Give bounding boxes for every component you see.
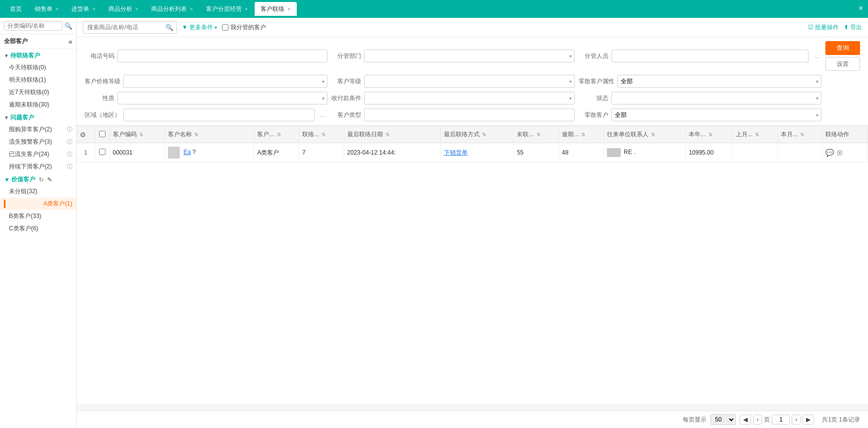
horizontal-scrollbar[interactable] xyxy=(77,405,868,411)
select-all-checkbox[interactable] xyxy=(99,131,106,137)
th-overdue-sort[interactable]: ⇅ xyxy=(581,132,585,137)
group-problem[interactable]: ▼ 问题客户 xyxy=(0,111,76,123)
batch-op-btn[interactable]: ☑ 批量操作 xyxy=(808,23,839,32)
th-name: 客户名称 ⇅ xyxy=(165,126,254,143)
sidebar-item-class-c[interactable]: C类客户(6) xyxy=(0,222,76,235)
export-btn[interactable]: ⬆ 导出 xyxy=(844,23,862,32)
th-this-month-sort[interactable]: ⇅ xyxy=(800,132,804,137)
filter-nature-select[interactable] xyxy=(117,92,327,105)
tab-sales-close[interactable]: × xyxy=(55,6,58,12)
sidebar-item-churn-warn[interactable]: 流失预警客户(3) ⓘ xyxy=(0,136,76,148)
filter-region-dots[interactable]: … xyxy=(318,111,327,118)
chat-icon[interactable]: 💬 xyxy=(825,149,834,157)
filter-status-select[interactable] xyxy=(611,92,821,105)
sidebar-collapse-icon[interactable]: « xyxy=(68,38,72,46)
row-checkbox[interactable] xyxy=(99,149,106,155)
sidebar-item-declining[interactable]: 持续下滑客户(2) ⓘ xyxy=(0,160,76,173)
tab-sales[interactable]: 销售单 × xyxy=(29,2,64,16)
filter-person-dots[interactable]: … xyxy=(812,53,821,59)
tab-customer-contact[interactable]: 客户联络 × xyxy=(255,2,296,16)
page-next-btn[interactable]: › xyxy=(792,415,801,425)
check-icon: ☑ xyxy=(808,24,814,31)
group-value-arrow[interactable]: ▼ xyxy=(4,176,10,183)
tab-home[interactable]: 首页 xyxy=(4,2,28,16)
th-uncontacted-sort[interactable]: ⇅ xyxy=(537,132,541,137)
filter-retail-select[interactable]: 全部 xyxy=(611,108,821,121)
th-this-year-sort[interactable]: ⇅ xyxy=(708,132,712,137)
th-last-method-sort[interactable]: ⇅ xyxy=(482,132,486,137)
tab-goods-list-close[interactable]: × xyxy=(190,6,193,12)
page-number-input[interactable] xyxy=(772,415,790,425)
td-name-text[interactable]: Ea xyxy=(183,149,191,156)
th-overdue: 逾期... ⇅ xyxy=(559,126,604,143)
filter-cust-level-wrap: ▾ xyxy=(364,75,574,88)
per-page-select[interactable]: 50 100 200 xyxy=(710,414,736,425)
filter-cust-type-input[interactable] xyxy=(364,108,574,121)
app-close-icon[interactable]: × xyxy=(859,4,863,13)
sidebar-item-7days[interactable]: 近7天待联络(0) xyxy=(0,86,76,99)
tab-goods-list[interactable]: 商品分析列表 × xyxy=(145,2,199,16)
info-icon-declining[interactable]: ⓘ xyxy=(67,163,72,170)
page-first-btn[interactable]: ◀ xyxy=(740,415,751,425)
info-icon-churn-warn[interactable]: ⓘ xyxy=(67,138,72,146)
tab-goods-analysis-close[interactable]: × xyxy=(135,6,138,12)
group-value-edit-icon[interactable]: ✎ xyxy=(47,176,52,183)
qr-icon[interactable]: ⊞ xyxy=(837,149,843,157)
filter-payment-label: 收付款条件 xyxy=(331,94,361,103)
filter-payment-select[interactable] xyxy=(364,92,574,105)
tab-purchase-close[interactable]: × xyxy=(92,6,95,12)
info-icon-churned[interactable]: ⓘ xyxy=(67,151,72,158)
tab-customer-contact-close[interactable]: × xyxy=(287,6,290,12)
tab-purchase[interactable]: 进货单 × xyxy=(65,2,101,16)
sidebar-item-hoarding[interactable]: 囤购异常客户(2) ⓘ xyxy=(0,123,76,136)
sidebar-item-overdue[interactable]: 逾期未联络(30) xyxy=(0,99,76,111)
filter-retail-attr-select[interactable]: 全部 xyxy=(617,75,821,88)
sidebar-search-icon[interactable]: 🔍 xyxy=(64,22,72,30)
page-last-btn[interactable]: ▶ xyxy=(803,415,814,425)
filter-retail-attr: 零散客户属性 全部 ▾ xyxy=(579,75,821,88)
sidebar-header: 全部客户 « xyxy=(0,34,76,49)
td-actions: 💬 ⊞ xyxy=(822,143,868,162)
th-contact-person-sort[interactable]: ⇅ xyxy=(651,132,655,137)
filter-region-input[interactable] xyxy=(123,108,315,121)
my-customer-checkbox[interactable] xyxy=(222,24,228,31)
settings-button[interactable]: 设置 xyxy=(825,57,860,71)
group-value-refresh-icon[interactable]: ↻ xyxy=(39,176,44,183)
td-last-method-link[interactable]: 下销货单 xyxy=(444,149,468,156)
th-level-sort[interactable]: ⇅ xyxy=(277,132,281,137)
filter-more-btn[interactable]: ▼ 更多条件 ▾ xyxy=(182,23,217,32)
filter-phone-input[interactable] xyxy=(117,50,327,62)
tab-customer-tier[interactable]: 客户分层经营 × xyxy=(200,2,254,16)
filter-cust-level-select[interactable] xyxy=(364,75,574,88)
filter-person-input[interactable] xyxy=(611,50,809,62)
sidebar-item-tomorrow[interactable]: 明天待联络(1) xyxy=(0,74,76,86)
th-last-date-sort[interactable]: ⇅ xyxy=(385,132,389,137)
th-overdue-label: 逾期... xyxy=(562,131,579,138)
my-customer-label: 我分管的客户 xyxy=(230,23,266,32)
group-pending-contact[interactable]: ▼ 待联络客户 xyxy=(0,49,76,61)
toolbar-search-input[interactable] xyxy=(83,24,163,31)
sidebar-item-class-a[interactable]: A类客户(1) xyxy=(0,198,76,210)
th-contact-sort[interactable]: ⇅ xyxy=(322,132,326,137)
td-level: A类客户 xyxy=(254,143,299,162)
tab-customer-tier-close[interactable]: × xyxy=(245,6,248,12)
th-code-sort[interactable]: ⇅ xyxy=(139,132,143,137)
tab-goods-analysis[interactable]: 商品分析 × xyxy=(103,2,144,16)
th-contact-person: 往来单位联系人 ⇅ xyxy=(603,126,686,143)
query-button[interactable]: 查询 xyxy=(825,41,860,55)
sidebar-item-class-b[interactable]: B类客户(33) xyxy=(0,210,76,222)
th-last-month-sort[interactable]: ⇅ xyxy=(755,132,759,137)
toolbar-search-button[interactable]: 🔍 xyxy=(163,24,176,31)
tab-home-label: 首页 xyxy=(10,5,22,13)
sidebar-search-input[interactable] xyxy=(4,21,62,31)
sidebar-item-ungroup[interactable]: 未分组(32) xyxy=(0,185,76,198)
filter-retail-attr-wrap: 全部 ▾ xyxy=(617,75,821,88)
sidebar-item-today[interactable]: 今天待联络(0) xyxy=(0,61,76,74)
filter-dept-select[interactable] xyxy=(364,50,574,62)
info-icon-hoarding[interactable]: ⓘ xyxy=(67,126,72,133)
th-name-sort[interactable]: ⇅ xyxy=(194,132,198,137)
sidebar-item-churned[interactable]: 已流失客户(24) ⓘ xyxy=(0,148,76,160)
page-prev-btn[interactable]: ‹ xyxy=(753,415,762,425)
filter-price-level-select[interactable] xyxy=(123,75,327,88)
table-settings-icon[interactable]: ⚙ xyxy=(80,131,86,139)
